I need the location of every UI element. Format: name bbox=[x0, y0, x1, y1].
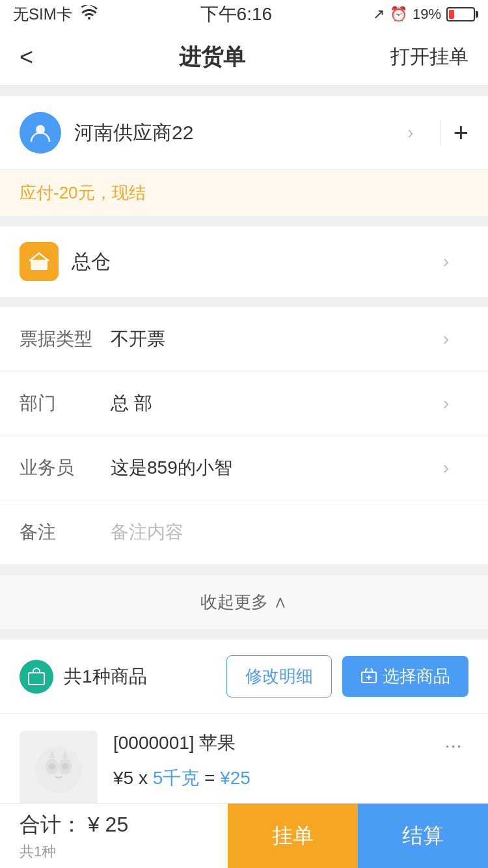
product-equals: = bbox=[204, 768, 220, 788]
status-left: 无SIM卡 bbox=[13, 4, 100, 25]
product-info: [0000001] 苹果 ¥5 x 5千克 = ¥25 bbox=[113, 731, 438, 791]
battery-percent: 19% bbox=[413, 6, 441, 23]
invoice-label: 票据类型 bbox=[20, 327, 98, 351]
bottom-bar: 合计： ¥ 25 共1种 挂单 结算 bbox=[0, 803, 488, 868]
dept-row[interactable]: 部门 总 部 › bbox=[0, 372, 488, 436]
sales-label: 业务员 bbox=[20, 455, 98, 480]
supplier-section: 河南供应商22 › + 应付-20元，现结 bbox=[0, 96, 488, 216]
collapse-bar[interactable]: 收起更多 ∧ bbox=[0, 575, 488, 629]
product-more-button[interactable]: ··· bbox=[438, 731, 468, 760]
supplier-avatar bbox=[20, 112, 61, 154]
product-title: 苹果 bbox=[199, 733, 236, 753]
warehouse-row[interactable]: 总仓 › bbox=[0, 226, 488, 297]
invoice-chevron-icon: › bbox=[443, 329, 449, 349]
remark-row[interactable]: 备注 备注内容 bbox=[0, 500, 488, 565]
wifi-icon bbox=[79, 5, 100, 23]
svg-point-8 bbox=[62, 763, 68, 770]
battery-icon bbox=[446, 7, 475, 21]
alarm-icon: ⏰ bbox=[390, 6, 407, 23]
total-amount: 合计： ¥ 25 bbox=[20, 811, 208, 839]
supplier-notice: 应付-20元，现结 bbox=[0, 170, 488, 216]
product-thumbnail bbox=[20, 731, 98, 809]
svg-rect-2 bbox=[29, 673, 44, 685]
svg-point-7 bbox=[49, 763, 55, 770]
select-product-button[interactable]: 选择商品 bbox=[342, 656, 468, 697]
products-section: 共1种商品 修改明细 选择商品 bbox=[0, 640, 488, 824]
back-button[interactable]: < bbox=[20, 44, 33, 71]
status-time: 下午6:16 bbox=[200, 2, 273, 27]
carrier-text: 无SIM卡 bbox=[13, 4, 72, 25]
dept-label: 部门 bbox=[20, 391, 98, 416]
sales-value: 这是859的小智 bbox=[98, 455, 443, 480]
hang-button[interactable]: 挂单 bbox=[228, 804, 358, 868]
product-total: ¥25 bbox=[220, 768, 251, 788]
product-unit-price: ¥5 bbox=[113, 768, 133, 788]
open-hang-button[interactable]: 打开挂单 bbox=[390, 44, 468, 70]
checkout-button[interactable]: 结算 bbox=[358, 804, 488, 868]
product-code: [0000001] bbox=[113, 733, 195, 753]
total-count: 共1种 bbox=[20, 842, 208, 861]
status-right: ↗ ⏰ 19% bbox=[373, 6, 475, 23]
warehouse-icon bbox=[20, 242, 59, 281]
product-count-icon bbox=[20, 660, 53, 694]
sales-row[interactable]: 业务员 这是859的小智 › bbox=[0, 436, 488, 500]
location-icon: ↗ bbox=[373, 6, 385, 23]
nav-bar: < 进货单 打开挂单 bbox=[0, 29, 488, 86]
supplier-row[interactable]: 河南供应商22 › + bbox=[0, 96, 488, 170]
edit-detail-button[interactable]: 修改明细 bbox=[226, 655, 332, 698]
select-product-label: 选择商品 bbox=[383, 665, 450, 688]
warehouse-chevron-icon: › bbox=[443, 251, 449, 272]
status-bar: 无SIM卡 下午6:16 ↗ ⏰ 19% bbox=[0, 0, 488, 29]
remark-label: 备注 bbox=[20, 520, 98, 545]
supplier-name: 河南供应商22 bbox=[74, 120, 407, 146]
dept-value: 总 部 bbox=[98, 391, 443, 416]
remark-input[interactable]: 备注内容 bbox=[98, 520, 468, 545]
supplier-chevron-icon: › bbox=[407, 122, 413, 143]
total-section: 合计： ¥ 25 共1种 bbox=[0, 811, 228, 861]
total-value: ¥ 25 bbox=[88, 813, 128, 836]
invoice-row[interactable]: 票据类型 不开票 › bbox=[0, 307, 488, 372]
product-multiply: x bbox=[139, 768, 153, 788]
svg-rect-1 bbox=[31, 260, 47, 270]
page-title: 进货单 bbox=[179, 42, 245, 72]
product-name: [0000001] 苹果 bbox=[113, 731, 438, 755]
divider bbox=[440, 120, 441, 146]
svg-point-4 bbox=[35, 746, 82, 793]
dept-chevron-icon: › bbox=[443, 393, 449, 414]
total-label: 合计： bbox=[20, 813, 82, 836]
products-header: 共1种商品 修改明细 选择商品 bbox=[0, 640, 488, 714]
product-count-text: 共1种商品 bbox=[64, 664, 226, 689]
product-price-row: ¥5 x 5千克 = ¥25 bbox=[113, 766, 438, 791]
add-supplier-button[interactable]: + bbox=[454, 118, 468, 148]
form-section: 票据类型 不开票 › 部门 总 部 › 业务员 这是859的小智 › 备注 备注… bbox=[0, 307, 488, 565]
sales-chevron-icon: › bbox=[443, 457, 449, 478]
product-quantity: 5千克 bbox=[153, 768, 200, 788]
warehouse-name: 总仓 bbox=[72, 249, 443, 275]
invoice-value: 不开票 bbox=[98, 327, 443, 351]
